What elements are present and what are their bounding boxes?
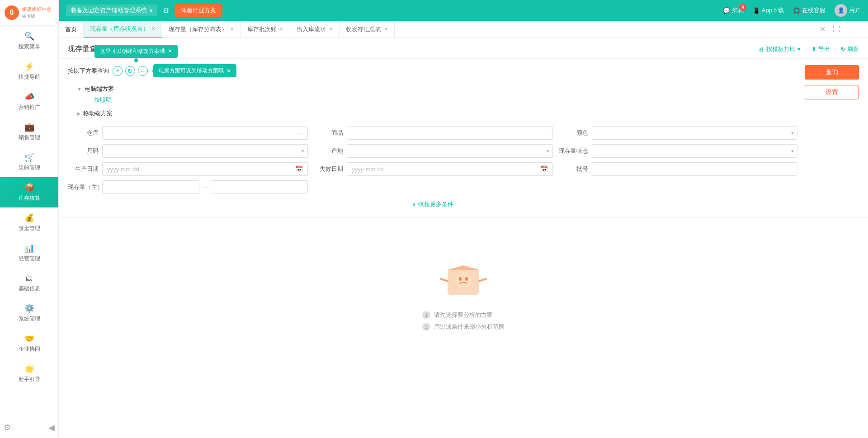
chart-icon: 📊 — [24, 243, 34, 253]
chevron-down-icon: ▾ — [150, 7, 153, 14]
tab-close-batch-ledger[interactable]: ✕ — [279, 26, 283, 32]
sidebar-item-system[interactable]: ⚙️ 系统管理 — [0, 298, 58, 328]
close-all-tabs-button[interactable]: ✕ — [818, 23, 827, 35]
production-date-input[interactable]: yyyy-mm-dd 📅 — [102, 162, 308, 176]
gear-icon: ⚙️ — [24, 303, 34, 313]
size-select[interactable] — [102, 144, 308, 158]
add-scheme-button[interactable]: + — [113, 66, 123, 76]
tab-recv-summary[interactable]: 收发存汇总表 ✕ — [340, 21, 395, 38]
size-label: 尺码 — [68, 147, 99, 155]
svg-point-2 — [459, 277, 462, 281]
sidebar-item-quick-nav[interactable]: ⚡ 快捷导航 — [0, 56, 58, 86]
batch-input[interactable] — [592, 162, 797, 176]
avatar: 👤 — [835, 4, 847, 17]
chevron-up-icon: ∧ — [412, 201, 416, 208]
user-action[interactable]: 👤 用户 — [835, 4, 861, 17]
color-select[interactable] — [592, 126, 797, 140]
sidebar-nav: 🔍 搜索菜单 ⚡ 快捷导航 📣 营销推广 💼 销售管理 🛒 采购管理 📦 — [0, 26, 58, 417]
tab-inventory-status[interactable]: 现存量（库存状况表） ✕ — [84, 21, 162, 38]
svg-point-3 — [465, 277, 468, 281]
logo-text: 畅捷通好生意 标准版 — [22, 6, 52, 19]
tab-close-inventory-dist[interactable]: ✕ — [230, 26, 234, 32]
goods-input[interactable]: ··· — [347, 126, 552, 140]
top-header: 装备及固定资产辅助管理系统 ▾ ⚙ 体验行业方案 💬 消息 9 📱 App下载 … — [59, 0, 868, 21]
app-download-action[interactable]: 📱 App下载 — [753, 6, 784, 14]
sidebar-item-business[interactable]: 📊 经营管理 — [0, 238, 58, 268]
tab-close-inventory-status[interactable]: ✕ — [151, 26, 156, 32]
box-icon: 📦 — [24, 183, 34, 193]
header-left: 装备及固定资产辅助管理系统 ▾ ⚙ 体验行业方案 — [66, 4, 222, 17]
inventory-status-field: 现存量状态 — [557, 144, 797, 158]
tab-close-recv-summary[interactable]: ✕ — [384, 26, 388, 32]
empty-state: 1 请先选择要分析的方案 2 用过滤条件来缩小分析范围 — [59, 218, 868, 367]
origin-field: 产地 — [312, 144, 552, 158]
main-area: 装备及固定资产辅助管理系统 ▾ ⚙ 体验行业方案 💬 消息 9 📱 App下载 … — [59, 0, 868, 438]
settings-icon[interactable]: ⚙ — [4, 423, 11, 433]
scheme-item-mobile[interactable]: ▶ 移动端方案 — [77, 108, 797, 119]
system-selector[interactable]: 装备及固定资产辅助管理系统 ▾ — [66, 5, 157, 16]
maximize-button[interactable]: ⛶ — [831, 24, 842, 35]
scheme-item-desktop[interactable]: ▼ 电脑端方案 — [77, 84, 797, 94]
svg-point-1 — [455, 272, 472, 288]
sidebar-item-enterprise[interactable]: 🤝 企业协同 — [0, 328, 58, 358]
tooltip2-close[interactable]: ✕ — [168, 48, 172, 54]
sidebar-item-inventory[interactable]: 📦 库存核算 — [0, 177, 58, 207]
back-scheme-button[interactable]: ← — [138, 66, 148, 76]
settings-button[interactable]: ⚙ — [163, 6, 169, 15]
tab-bar: 首页 现存量（库存状况表） ✕ 现存量（库存分布表） ✕ 库存批次账 ✕ 出入库… — [59, 21, 868, 38]
inventory-max-input[interactable] — [211, 180, 308, 194]
inventory-label: 现存量（主） — [68, 183, 99, 191]
production-date-label: 生产日期 — [68, 165, 99, 173]
scheme-tooltip: 电脑方案可设为移动方案哦 ✕ — [153, 64, 236, 77]
export-icon: ⬆ — [811, 46, 816, 52]
online-service-action[interactable]: 🎧 在线客服 — [793, 6, 826, 14]
sidebar-item-guide[interactable]: 🌟 新手引导 — [0, 358, 58, 389]
inventory-min-input[interactable] — [102, 180, 199, 194]
sidebar-item-sales[interactable]: 💼 销售管理 — [0, 117, 58, 147]
tab-close-in-out-flow[interactable]: ✕ — [329, 26, 333, 32]
cart-icon: 🛒 — [24, 152, 34, 162]
megaphone-icon: 📣 — [24, 92, 34, 102]
reset-button[interactable]: 设置 — [805, 85, 859, 99]
expiry-date-input[interactable]: yyyy-mm-dd 📅 — [347, 162, 552, 176]
scheme-item-desktop-sub[interactable]: 按照明 — [86, 94, 797, 105]
sidebar: 6 畅捷通好生意 标准版 🔍 搜索菜单 ⚡ 快捷导航 📣 营销推广 💼 — [0, 0, 59, 438]
tab-batch-ledger[interactable]: 库存批次账 ✕ — [241, 21, 290, 38]
tab-inventory-dist[interactable]: 现存量（库存分布表） ✕ — [162, 21, 241, 38]
color-field: 颜色 — [557, 126, 797, 140]
print-button[interactable]: 🖨 按模板打印 ▾ — [759, 45, 801, 53]
step2-text: 用过滤条件来缩小分析范围 — [434, 323, 505, 331]
inventory-range-field: 现存量（主） — — [68, 180, 308, 194]
tab-home[interactable]: 首页 — [59, 21, 84, 38]
sidebar-item-marketing[interactable]: 📣 营销推广 — [0, 86, 58, 117]
tab-in-out-flow[interactable]: 出入库流水 ✕ — [290, 21, 340, 38]
search-icon: 🔍 — [24, 31, 34, 41]
sidebar-bottom: ⚙ ◀ — [0, 417, 58, 438]
collapse-sidebar-icon[interactable]: ◀ — [48, 423, 55, 433]
message-badge: 9 — [739, 4, 746, 11]
sidebar-item-search[interactable]: 🔍 搜索菜单 — [0, 26, 58, 56]
inventory-status-label: 现存量状态 — [557, 147, 588, 155]
warehouse-dots: ··· — [297, 129, 303, 137]
message-action[interactable]: 💬 消息 9 — [723, 6, 744, 14]
scheme-tree: ▼ 电脑端方案 按照明 ▶ 移动端方案 — [77, 84, 797, 119]
tooltip1-close[interactable]: ✕ — [226, 68, 231, 74]
experience-button[interactable]: 体验行业方案 — [175, 4, 222, 17]
tooltip2-text: 这里可以创建和修改方案哦 — [100, 47, 165, 55]
sidebar-item-finance[interactable]: 💰 资金管理 — [0, 207, 58, 238]
filter-section: 按以下方案查询 + 这里可以创建和修改方案哦 ✕ — [59, 59, 868, 218]
origin-select[interactable] — [347, 144, 552, 158]
warehouse-input[interactable]: ··· — [102, 126, 308, 140]
empty-illustration — [439, 254, 488, 304]
page-header: 现存量查询(按仓库+商品) 🖨 按模板打印 ▾ | ⬆ 导出 | ↻ — [59, 38, 868, 59]
refresh-button[interactable]: ↻ 刷新 — [840, 45, 859, 53]
export-button[interactable]: ⬆ 导出 — [811, 45, 830, 53]
goods-dots: ··· — [542, 129, 548, 137]
inventory-status-select[interactable] — [592, 144, 797, 158]
query-button[interactable]: 查询 — [805, 65, 859, 80]
chevron-down-icon: ▾ — [797, 46, 801, 52]
sidebar-item-purchase[interactable]: 🛒 采购管理 — [0, 147, 58, 177]
sidebar-item-basic[interactable]: 🗂 基础信息 — [0, 268, 58, 298]
collapse-conditions-button[interactable]: ∧ 收起更多条件 — [68, 197, 797, 212]
reset-scheme-button[interactable]: ↻ — [125, 66, 135, 76]
